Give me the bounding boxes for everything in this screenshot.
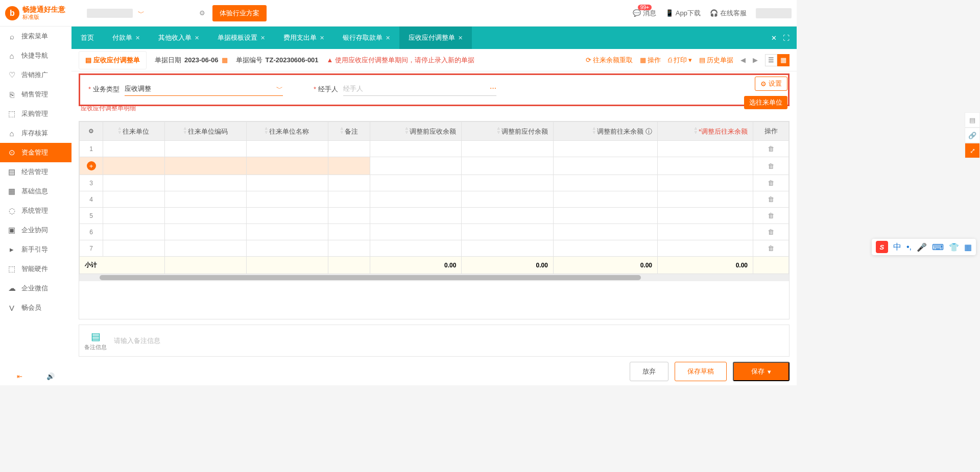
- tab-template[interactable]: 单据模板设置✕: [208, 27, 274, 49]
- tab-home[interactable]: 首页: [71, 27, 103, 49]
- remark-zone: ▤ 备注信息 请输入备注信息: [79, 325, 790, 357]
- close-icon[interactable]: ✕: [458, 35, 463, 41]
- app-download-button[interactable]: 📱 App下载: [665, 9, 701, 18]
- sidebar-item-operation[interactable]: ▤经营管理: [0, 162, 71, 182]
- delete-icon[interactable]: 🗑: [768, 228, 774, 236]
- doc-date[interactable]: 2023-06-06: [184, 56, 219, 64]
- col-name[interactable]: ▵▿往来单位名称: [246, 122, 328, 141]
- sidebar-item-inventory[interactable]: ⌂库存核算: [0, 123, 71, 143]
- gear-icon[interactable]: ⚙: [199, 9, 205, 17]
- sidebar-item-guide[interactable]: ▸新手引导: [0, 240, 71, 259]
- print-button[interactable]: ⎙打印▾: [668, 56, 692, 65]
- more-icon[interactable]: ⋯: [490, 84, 496, 93]
- collab-icon: ▣: [7, 226, 16, 235]
- col-pay[interactable]: ▵▿调整前应付余额: [462, 122, 553, 141]
- remark-input[interactable]: 请输入备注信息: [114, 336, 160, 345]
- sidebar-item-funds[interactable]: ⊙资金管理: [0, 143, 71, 162]
- dock-expand-icon[interactable]: ⤢: [965, 143, 980, 158]
- view-list-icon[interactable]: ☰: [765, 54, 777, 66]
- save-button[interactable]: 保存▾: [733, 362, 790, 381]
- tab-expense[interactable]: 费用支出单✕: [274, 27, 333, 49]
- table-row[interactable]: +🗑: [80, 157, 789, 175]
- org-select[interactable]: ﹀: [87, 9, 194, 18]
- sidebar-item-marketing[interactable]: ♡营销推广: [0, 65, 71, 85]
- tab-payment[interactable]: 付款单✕: [103, 27, 149, 49]
- sidebar-item-search[interactable]: ⌕搜索菜单: [0, 27, 71, 46]
- table-row[interactable]: 6🗑: [80, 224, 789, 240]
- col-before[interactable]: ▵▿调整前往来余额 ⓘ: [553, 122, 657, 141]
- calendar-icon[interactable]: ▦: [222, 56, 228, 64]
- col-remark[interactable]: ▵▿备注: [328, 122, 370, 141]
- close-all-icon[interactable]: ✕: [771, 34, 777, 42]
- close-icon[interactable]: ✕: [386, 35, 390, 41]
- close-icon[interactable]: ✕: [320, 35, 324, 41]
- sidebar-item-hardware[interactable]: ⬚智能硬件: [0, 259, 71, 279]
- delete-icon[interactable]: 🗑: [768, 195, 774, 203]
- delete-icon[interactable]: 🗑: [768, 244, 774, 252]
- ime-mic-icon[interactable]: 🎤: [917, 242, 927, 252]
- next-icon[interactable]: ▶: [753, 56, 758, 64]
- handler-input[interactable]: 经手人 ⋯: [343, 82, 496, 96]
- table-row[interactable]: 7🗑: [80, 240, 789, 257]
- close-icon[interactable]: ✕: [135, 35, 140, 41]
- close-icon[interactable]: ✕: [260, 35, 265, 41]
- collapse-icon[interactable]: ⇤: [17, 372, 22, 380]
- doc-title: ▤ 应收应付调整单: [79, 51, 147, 69]
- tabs: 首页 付款单✕ 其他收入单✕ 单据模板设置✕ 费用支出单✕ 银行存取款单✕ 应收…: [71, 27, 797, 49]
- messages-button[interactable]: 💬 消息 99+: [633, 9, 656, 18]
- col-unit[interactable]: ▵▿往来单位: [103, 122, 165, 141]
- dock-note-icon[interactable]: ▤: [965, 112, 980, 128]
- settings-button[interactable]: ⚙设置: [755, 77, 787, 91]
- sound-icon[interactable]: 🔊: [46, 372, 55, 380]
- table-row[interactable]: 5🗑: [80, 208, 789, 224]
- tab-adjust[interactable]: 应收应付调整单✕: [399, 27, 472, 49]
- view-grid-icon[interactable]: ▦: [777, 54, 790, 66]
- fullscreen-icon[interactable]: ⛶: [783, 34, 790, 42]
- delete-icon[interactable]: 🗑: [768, 212, 774, 219]
- history-button[interactable]: ▤历史单据: [699, 56, 733, 65]
- delete-icon[interactable]: 🗑: [768, 145, 774, 153]
- operate-button[interactable]: ▦操作: [640, 56, 661, 65]
- ime-skin-icon[interactable]: 👕: [949, 242, 959, 252]
- tab-bank[interactable]: 银行存取款单✕: [333, 27, 399, 49]
- col-after[interactable]: ▵▿*调整后往来余额: [658, 122, 753, 141]
- prev-icon[interactable]: ◀: [740, 56, 746, 64]
- sidebar-item-basedata[interactable]: ▦基础信息: [0, 182, 71, 201]
- headset-icon: 🎧: [710, 9, 718, 17]
- user-avatar[interactable]: [756, 8, 792, 18]
- sidebar-item-collab[interactable]: ▣企业协同: [0, 220, 71, 240]
- ime-lang[interactable]: 中: [893, 242, 901, 253]
- sidebar-item-sales[interactable]: ⎘销售管理: [0, 85, 71, 104]
- ime-tool-icon[interactable]: ▦: [964, 242, 972, 252]
- col-recv[interactable]: ▵▿调整前应收余额: [370, 122, 462, 141]
- hardware-icon: ⬚: [7, 264, 16, 274]
- tab-other-income[interactable]: 其他收入单✕: [149, 27, 208, 49]
- sidebar-item-system[interactable]: ◌系统管理: [0, 201, 71, 220]
- sidebar-item-quicknav[interactable]: ⌂快捷导航: [0, 46, 71, 65]
- data-icon: ▦: [7, 187, 16, 196]
- col-code[interactable]: ▵▿往来单位编码: [165, 122, 247, 141]
- delete-icon[interactable]: 🗑: [768, 179, 774, 187]
- sidebar-item-purchase[interactable]: ⬚采购管理: [0, 104, 71, 123]
- save-draft-button[interactable]: 保存草稿: [675, 362, 727, 381]
- table-row[interactable]: 4🗑: [80, 191, 789, 208]
- close-icon[interactable]: ✕: [195, 35, 199, 41]
- col-gear[interactable]: ⚙: [80, 122, 103, 141]
- sidebar-item-wechat[interactable]: ☁企业微信: [0, 279, 71, 298]
- dock-attach-icon[interactable]: 🔗: [965, 128, 980, 143]
- horizontal-scrollbar[interactable]: [79, 274, 789, 281]
- ime-toolbar[interactable]: S 中 •, 🎤 ⌨ 👕 ▦: [872, 239, 976, 255]
- support-button[interactable]: 🎧 在线客服: [710, 9, 747, 18]
- discard-button[interactable]: 放弃: [630, 362, 668, 381]
- delete-icon[interactable]: 🗑: [768, 162, 774, 170]
- table-row[interactable]: 3🗑: [80, 175, 789, 191]
- reset-balance-button[interactable]: ⟳往来余额重取: [586, 56, 633, 65]
- table-row[interactable]: 1🗑: [80, 141, 789, 157]
- try-industry-button[interactable]: 体验行业方案: [212, 5, 267, 21]
- add-row-icon[interactable]: +: [87, 161, 96, 170]
- sidebar-item-member[interactable]: V畅会员: [0, 298, 71, 317]
- biz-type-select[interactable]: 应收调整 ﹀: [125, 82, 283, 96]
- section-label: 应收应付调整单明细: [81, 104, 787, 113]
- ime-punct-icon[interactable]: •,: [906, 242, 912, 252]
- ime-keyboard-icon[interactable]: ⌨: [932, 242, 944, 252]
